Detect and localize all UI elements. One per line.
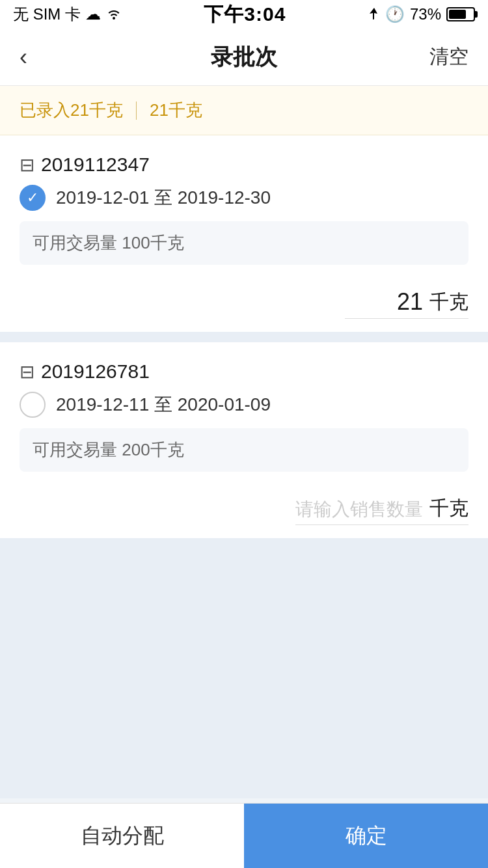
radio-btn-2[interactable] — [20, 392, 46, 418]
wifi-icon — [106, 5, 122, 23]
quantity-placeholder[interactable]: 请输入销售数量 — [295, 497, 423, 522]
batch-available-2: 可用交易量 200千克 — [20, 428, 468, 472]
quantity-placeholder-inner: 请输入销售数量 千克 — [295, 495, 468, 525]
quantity-unit-1: 千克 — [429, 289, 468, 316]
batch-header-1: ⊟ 2019112347 — [0, 135, 488, 182]
quantity-unit-2: 千克 — [429, 495, 468, 522]
quantity-inner-1: 21 千克 — [345, 288, 468, 319]
clear-button[interactable]: 清空 — [429, 44, 468, 70]
battery-percent: 73% — [410, 5, 441, 23]
battery-icon — [446, 7, 475, 21]
nav-bar: ‹ 录批次 清空 — [0, 29, 488, 86]
empty-area — [0, 538, 488, 798]
location-icon — [368, 5, 380, 23]
page-title: 录批次 — [211, 42, 277, 72]
batch-icon-1: ⊟ — [20, 154, 34, 176]
batch-date-row-1: ✓ 2019-12-01 至 2019-12-30 — [0, 182, 488, 221]
bottom-bar: 自动分配 确定 — [0, 803, 488, 868]
batch-icon-2: ⊟ — [20, 361, 34, 383]
back-button[interactable]: ‹ — [20, 44, 59, 71]
status-left: 无 SIM 卡 ☁ — [13, 4, 122, 25]
batch-card-2: ⊟ 2019126781 2019-12-11 至 2020-01-09 可用交… — [0, 342, 488, 538]
status-bar: 无 SIM 卡 ☁ 下午3:04 🕐 73% — [0, 0, 488, 29]
alarm-icon: 🕐 — [385, 5, 405, 23]
status-right: 🕐 73% — [368, 5, 475, 23]
batch-id-1: 2019112347 — [41, 154, 150, 176]
quantity-value-1[interactable]: 21 — [345, 288, 423, 316]
summary-banner: 已录入21千克 21千克 — [0, 86, 488, 135]
batch-id-2: 2019126781 — [41, 360, 150, 383]
radio-btn-1[interactable]: ✓ — [20, 185, 46, 211]
summary-label: 已录入21千克 — [20, 99, 123, 122]
check-icon-1: ✓ — [27, 189, 38, 206]
batch-header-2: ⊟ 2019126781 — [0, 342, 488, 389]
summary-divider — [136, 102, 137, 120]
batch-date-2: 2019-12-11 至 2020-01-09 — [56, 392, 271, 417]
batch-available-1: 可用交易量 100千克 — [20, 221, 468, 265]
quantity-placeholder-row: 请输入销售数量 千克 — [0, 485, 488, 538]
confirm-button[interactable]: 确定 — [244, 804, 488, 868]
sim-label: 无 SIM 卡 ☁ — [13, 4, 101, 25]
quantity-row-1: 21 千克 — [0, 278, 488, 332]
auto-distribute-button[interactable]: 自动分配 — [0, 804, 244, 868]
batch-card-1: ⊟ 2019112347 ✓ 2019-12-01 至 2019-12-30 可… — [0, 135, 488, 332]
status-time: 下午3:04 — [204, 1, 286, 28]
section-separator — [0, 332, 488, 342]
batch-date-1: 2019-12-01 至 2019-12-30 — [56, 185, 271, 210]
summary-value: 21千克 — [150, 99, 202, 122]
batch-date-row-2: 2019-12-11 至 2020-01-09 — [0, 389, 488, 428]
